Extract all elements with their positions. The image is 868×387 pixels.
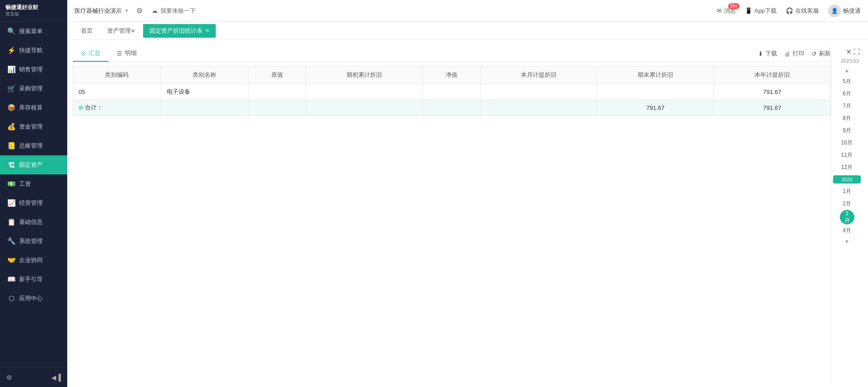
col-header-本月计提折旧: 本月计提折旧 bbox=[481, 66, 597, 84]
panel-close-button[interactable]: ✕ bbox=[846, 48, 852, 55]
month-item-11月[interactable]: 11月 bbox=[833, 149, 861, 161]
summary-cell-4 bbox=[481, 100, 597, 116]
sidebar-icon-sales: 📊 bbox=[7, 65, 15, 74]
cell-2 bbox=[248, 84, 306, 100]
sidebar-icon-ledger: 📒 bbox=[7, 142, 15, 150]
tab-close-icon[interactable]: ✕ bbox=[131, 28, 135, 34]
refresh-icon: ↺ bbox=[812, 50, 817, 57]
sidebar-label-ledger: 总账管理 bbox=[19, 142, 43, 150]
refresh-button[interactable]: ↺ 刷新 bbox=[812, 50, 831, 58]
sidebar-item-inventory[interactable]: 📦库存核算 bbox=[0, 98, 67, 117]
settings-icon[interactable]: ⚙ bbox=[6, 374, 12, 381]
refresh-label: 刷新 bbox=[819, 50, 831, 58]
sidebar-label-guide: 新手引导 bbox=[19, 275, 43, 283]
online-service-button[interactable]: 🎧 在线客服 bbox=[786, 7, 819, 15]
sub-tab-label: 明细 bbox=[125, 49, 137, 57]
sidebar-icon-enterprise: 🤝 bbox=[7, 256, 15, 264]
sidebar-item-system[interactable]: 🔧系统管理 bbox=[0, 232, 67, 251]
month-item-2月[interactable]: 2月 bbox=[833, 198, 861, 210]
cell-1: 电子设备 bbox=[161, 84, 248, 100]
year-marker-2023[interactable]: 2023 bbox=[833, 175, 861, 184]
download-label: 下载 bbox=[765, 50, 777, 58]
month-item-12月[interactable]: 12月 bbox=[833, 161, 861, 174]
sub-tabs: ⊙汇总☰明细 bbox=[73, 45, 145, 62]
sidebar-label-inventory: 库存核算 bbox=[19, 104, 43, 112]
phone-icon: 📱 bbox=[745, 7, 752, 14]
summary-cell-0 bbox=[161, 100, 248, 116]
sidebar-item-purchase[interactable]: 🛒采购管理 bbox=[0, 79, 67, 98]
month-item-6月[interactable]: 6月 bbox=[833, 88, 861, 100]
sidebar: 畅捷通好业财 普及版 🔍搜索菜单⚡快捷导航📊销售管理🛒采购管理📦库存核算💰资金管… bbox=[0, 0, 67, 387]
sidebar-item-salary[interactable]: 💵工资 bbox=[0, 174, 67, 194]
tab-close-icon[interactable]: ✕ bbox=[205, 28, 209, 34]
content-area: ⊙汇总☰明细 ⬇ 下载 🖨 打印 ↺ 刷新 bbox=[67, 40, 868, 387]
col-header-类别名称: 类别名称 bbox=[161, 66, 248, 84]
print-button[interactable]: 🖨 打印 bbox=[784, 50, 804, 58]
scroll-down-button[interactable]: ▼ bbox=[833, 237, 861, 247]
col-header-本年计提折旧: 本年计提折旧 bbox=[714, 66, 830, 84]
sidebar-item-enterprise[interactable]: 🤝企业协同 bbox=[0, 251, 67, 270]
month-item-5月[interactable]: 5月 bbox=[833, 75, 861, 88]
messages-button[interactable]: ✉ 消息 99+ bbox=[717, 7, 736, 15]
tab-label: 首页 bbox=[81, 27, 93, 34]
app-download-button[interactable]: 📱 App下载 bbox=[745, 7, 777, 15]
tab-首页[interactable]: 首页 bbox=[74, 24, 99, 38]
sub-tab-icon: ☰ bbox=[117, 50, 122, 57]
cell-5 bbox=[481, 84, 597, 100]
tab-固定资产折旧统计表[interactable]: 固定资产折旧统计表✕ bbox=[143, 24, 216, 38]
table-row: 05电子设备791.67 bbox=[73, 84, 831, 100]
tab-资产管理[interactable]: 资产管理✕ bbox=[101, 24, 141, 38]
month-item-7月[interactable]: 7月 bbox=[833, 100, 861, 112]
month-item-1月[interactable]: 1月 bbox=[833, 185, 861, 198]
online-service-label: 在线客服 bbox=[795, 7, 819, 15]
month-item-10月[interactable]: 10月 bbox=[833, 137, 861, 149]
sidebar-label-purchase: 采购管理 bbox=[19, 84, 43, 93]
cell-3 bbox=[306, 84, 422, 100]
sub-tab-明细[interactable]: ☰明细 bbox=[109, 45, 145, 62]
sidebar-item-app-center[interactable]: ⬡应用中心 bbox=[0, 289, 67, 308]
company-selector[interactable]: 医疗器械行业演示 ▼ bbox=[74, 7, 129, 15]
sidebar-item-finance[interactable]: 💰资金管理 bbox=[0, 117, 67, 136]
sidebar-icon-purchase: 🛒 bbox=[7, 84, 15, 93]
sidebar-label-sales: 销售管理 bbox=[19, 65, 43, 74]
sidebar-icon-fixed-assets: 🏗 bbox=[7, 161, 15, 169]
cell-7: 791.67 bbox=[714, 84, 830, 100]
month-item-4月[interactable]: 4月 bbox=[833, 224, 861, 237]
month-item-9月[interactable]: 9月 bbox=[833, 124, 861, 137]
sidebar-item-search[interactable]: 🔍搜索菜单 bbox=[0, 22, 67, 41]
summary-row: ⊞ 合计：791.67791.67 bbox=[73, 100, 831, 116]
topbar-right: ✉ 消息 99+ 📱 App下载 🎧 在线客服 👤 畅捷通 bbox=[717, 5, 861, 17]
sidebar-item-guide[interactable]: 📖新手引导 bbox=[0, 270, 67, 289]
sidebar-icon-guide: 📖 bbox=[7, 275, 15, 283]
sidebar-icon-system: 🔧 bbox=[7, 237, 15, 245]
collapse-icon[interactable]: ◀▐ bbox=[51, 374, 61, 381]
table-container: 类别编码类别名称原值期初累计折旧净值本月计提折旧期末累计折旧本年计提折旧 05电… bbox=[73, 66, 831, 382]
month-item-3月[interactable]: 3月 bbox=[840, 210, 854, 224]
sub-tab-汇总[interactable]: ⊙汇总 bbox=[73, 45, 109, 62]
settings-gear-icon[interactable]: ⚙ bbox=[136, 6, 143, 15]
print-icon: 🖨 bbox=[784, 50, 790, 57]
sidebar-item-sales[interactable]: 📊销售管理 bbox=[0, 60, 67, 79]
toolbar: ⬇ 下载 🖨 打印 ↺ 刷新 bbox=[758, 50, 831, 58]
message-icon: ✉ bbox=[717, 7, 722, 14]
sidebar-label-quick-nav: 快捷导航 bbox=[19, 46, 43, 55]
experience-button[interactable]: ☁ 我要体验一下 bbox=[152, 7, 196, 15]
sidebar-label-operations: 经营管理 bbox=[19, 199, 43, 207]
sidebar-item-quick-nav[interactable]: ⚡快捷导航 bbox=[0, 41, 67, 60]
scroll-up-button[interactable]: ▲ bbox=[833, 65, 861, 75]
sidebar-item-operations[interactable]: 📈经营管理 bbox=[0, 194, 67, 213]
sidebar-item-fixed-assets[interactable]: 🏗固定资产 bbox=[0, 155, 67, 174]
sidebar-item-ledger[interactable]: 📒总账管理 bbox=[0, 136, 67, 155]
username: 畅捷通 bbox=[843, 7, 861, 15]
cell-4 bbox=[422, 84, 480, 100]
messages-badge: 99+ bbox=[728, 3, 739, 9]
panel-expand-button[interactable]: ⛶ bbox=[853, 48, 860, 55]
download-button[interactable]: ⬇ 下载 bbox=[758, 50, 777, 58]
right-panel: ✕ ⛶ 2023.03 ▲5月6月7月8月9月10月11月12月20231月2月… bbox=[831, 45, 863, 382]
month-item-8月[interactable]: 8月 bbox=[833, 112, 861, 124]
cell-6 bbox=[597, 84, 714, 100]
sidebar-label-fixed-assets: 固定资产 bbox=[19, 161, 43, 169]
user-menu[interactable]: 👤 畅捷通 bbox=[828, 5, 861, 17]
app-version: 普及版 bbox=[5, 11, 38, 17]
sidebar-item-basic-info[interactable]: 📋基础信息 bbox=[0, 213, 67, 232]
